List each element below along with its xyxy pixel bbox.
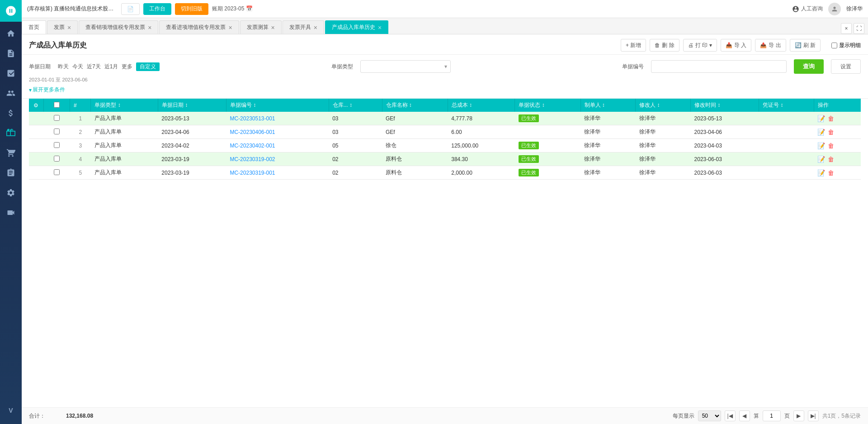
- display-checkbox[interactable]: [831, 43, 837, 48]
- sidebar-analytics[interactable]: [0, 83, 22, 103]
- th-type[interactable]: 单据类型 ↕: [91, 99, 158, 112]
- tab-sales-vat[interactable]: 查看销项增值税专用发票 ×: [79, 20, 158, 34]
- th-date[interactable]: 单据日期 ↕: [158, 99, 226, 112]
- tab-invoice[interactable]: 发票 ×: [47, 20, 78, 34]
- number-link[interactable]: MC-20230402-001: [230, 143, 275, 149]
- row-checkbox[interactable]: [54, 156, 60, 162]
- tab-calc[interactable]: 发票测算 ×: [240, 20, 282, 34]
- tab-purchase-vat-close[interactable]: ×: [228, 24, 232, 31]
- tab-collapse-btn[interactable]: ×: [841, 23, 852, 34]
- th-total-cost[interactable]: 总成本 ↕: [448, 99, 515, 112]
- display-toggle[interactable]: 显示明细: [831, 42, 861, 49]
- th-modifier[interactable]: 修改人 ↕: [636, 99, 691, 112]
- new-btn[interactable]: + 新增: [621, 39, 646, 52]
- tab-history[interactable]: 产成品入库单历史 ×: [325, 20, 388, 34]
- tab-home[interactable]: 首页: [22, 20, 46, 34]
- th-warehouse-name[interactable]: 仓库名称 ↕: [382, 99, 448, 112]
- delete-row-icon[interactable]: 🗑: [828, 142, 834, 149]
- delete-row-icon[interactable]: 🗑: [828, 115, 834, 122]
- row-checkbox[interactable]: [54, 142, 60, 148]
- import-btn[interactable]: 📥 导 入: [721, 39, 751, 52]
- sidebar-settings[interactable]: [0, 183, 22, 203]
- query-btn[interactable]: 查询: [794, 59, 824, 74]
- edit-icon[interactable]: 📝: [817, 142, 825, 149]
- number-link[interactable]: MC-20230319-002: [230, 156, 275, 162]
- tab-invoice-close[interactable]: ×: [67, 24, 71, 31]
- edit-icon[interactable]: 📝: [817, 169, 825, 176]
- cell-number[interactable]: MC-20230319-001: [226, 166, 329, 180]
- date-custom-tag[interactable]: 自定义: [136, 62, 160, 71]
- type-select[interactable]: 产品入库单: [360, 60, 451, 73]
- date-7days[interactable]: 近7天: [87, 63, 101, 71]
- tab-open-close[interactable]: ×: [314, 24, 317, 31]
- date-1month[interactable]: 近1月: [104, 63, 118, 71]
- tab-expand-btn[interactable]: ⛶: [854, 23, 864, 34]
- cell-checkbox[interactable]: [43, 139, 70, 152]
- tab-purchase-vat[interactable]: 查看进项增值税专用发票 ×: [159, 20, 239, 34]
- number-input[interactable]: [651, 60, 787, 73]
- sidebar-docs[interactable]: [0, 43, 22, 63]
- th-warehouse-code[interactable]: 仓库... ↕: [329, 99, 382, 112]
- row-checkbox[interactable]: [54, 169, 60, 175]
- sidebar-chart[interactable]: [0, 63, 22, 83]
- date-today[interactable]: 今天: [72, 63, 83, 71]
- tab-sales-vat-close[interactable]: ×: [148, 24, 151, 31]
- tab-history-close[interactable]: ×: [378, 24, 382, 31]
- cell-number[interactable]: MC-20230319-002: [226, 152, 329, 166]
- print-btn[interactable]: 🖨 打 印 ▾: [683, 39, 717, 52]
- number-link[interactable]: MC-20230513-001: [230, 115, 275, 122]
- number-link[interactable]: MC-20230406-001: [230, 129, 275, 135]
- th-status[interactable]: 单据状态 ↕: [515, 99, 580, 112]
- select-all-checkbox[interactable]: [54, 102, 60, 108]
- tab-open[interactable]: 发票开具 ×: [283, 20, 324, 34]
- sidebar-version[interactable]: V: [0, 400, 22, 420]
- th-settings[interactable]: ⚙: [29, 99, 43, 112]
- export-btn[interactable]: 📤 导 出: [755, 39, 786, 52]
- row-checkbox[interactable]: [54, 129, 60, 134]
- number-link[interactable]: MC-20230319-001: [230, 170, 275, 176]
- th-creator[interactable]: 制单人 ↕: [580, 99, 636, 112]
- sidebar-home[interactable]: [0, 24, 22, 43]
- expand-conditions-btn[interactable]: ▾ 展开更多条件: [29, 86, 861, 94]
- date-yesterday[interactable]: 昨天: [58, 63, 69, 71]
- last-page-btn[interactable]: ▶|: [808, 410, 819, 421]
- delete-row-icon[interactable]: 🗑: [828, 169, 834, 176]
- delete-btn[interactable]: 🗑 删 除: [650, 39, 679, 52]
- workbench-btn[interactable]: 工作台: [143, 3, 171, 15]
- cell-checkbox[interactable]: [43, 112, 70, 125]
- edit-icon[interactable]: 📝: [817, 129, 825, 136]
- edit-icon[interactable]: 📝: [817, 156, 825, 163]
- th-voucher[interactable]: 凭证号 ↕: [759, 99, 814, 112]
- set-btn[interactable]: 设置: [831, 59, 861, 74]
- cell-checkbox[interactable]: [43, 166, 70, 180]
- sidebar-video[interactable]: [0, 203, 22, 223]
- delete-row-icon[interactable]: 🗑: [828, 129, 834, 136]
- switch-version-btn[interactable]: 切到旧版: [175, 3, 208, 15]
- prev-page-btn[interactable]: ◀: [739, 410, 750, 421]
- cell-checkbox[interactable]: [43, 152, 70, 166]
- delete-row-icon[interactable]: 🗑: [828, 156, 834, 163]
- page-size-select[interactable]: 50 100 200: [698, 410, 721, 421]
- sidebar-finance[interactable]: [0, 103, 22, 123]
- sidebar-inventory[interactable]: [0, 123, 22, 143]
- th-number[interactable]: 单据编号 ↕: [226, 99, 329, 112]
- date-more[interactable]: 更多: [122, 63, 132, 71]
- th-checkbox[interactable]: [43, 99, 70, 112]
- document-btn[interactable]: 📄: [121, 3, 140, 15]
- next-page-btn[interactable]: ▶: [793, 410, 804, 421]
- th-modify-time[interactable]: 修改时间 ↕: [691, 99, 759, 112]
- tab-calc-close[interactable]: ×: [271, 24, 275, 31]
- refresh-btn[interactable]: 🔄 刷 新: [790, 39, 821, 52]
- cell-number[interactable]: MC-20230406-001: [226, 125, 329, 139]
- support-btn[interactable]: 人工咨询: [792, 5, 823, 13]
- cell-number[interactable]: MC-20230513-001: [226, 112, 329, 125]
- sidebar-reports[interactable]: [0, 163, 22, 183]
- page-input[interactable]: [763, 410, 781, 421]
- page-size-label: 每页显示: [673, 412, 694, 420]
- sidebar-purchase[interactable]: [0, 143, 22, 163]
- first-page-btn[interactable]: |◀: [725, 410, 736, 421]
- row-checkbox[interactable]: [54, 115, 60, 121]
- cell-number[interactable]: MC-20230402-001: [226, 139, 329, 152]
- edit-icon[interactable]: 📝: [817, 115, 825, 122]
- cell-checkbox[interactable]: [43, 125, 70, 139]
